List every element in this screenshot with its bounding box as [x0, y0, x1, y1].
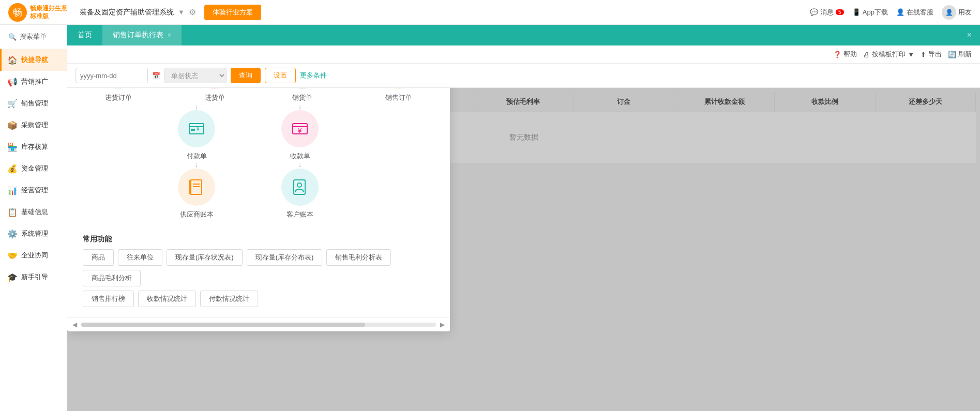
service-icon: 👤: [896, 8, 904, 16]
flow-node-purchase-bill: 进货单: [184, 88, 245, 102]
page-toolbar: ❓ 帮助 🖨 按模板打印 ▼ ⬆ 导出 🔄 刷新: [67, 45, 980, 64]
sidebar-item-sales[interactable]: 🛒 销售管理: [0, 93, 67, 114]
app-download-btn[interactable]: 📱 App下载: [852, 8, 888, 17]
tab-home[interactable]: 首页: [67, 25, 102, 45]
scroll-left-btn[interactable]: ◀: [72, 321, 77, 328]
common-functions-title: 常用功能: [83, 235, 434, 244]
query-btn[interactable]: 查询: [231, 68, 261, 83]
experience-btn[interactable]: 体验行业方案: [204, 5, 261, 20]
sidebar-item-finance[interactable]: 💰 资金管理: [0, 158, 67, 179]
common-functions: 常用功能 商品 往来单位 现存量(库存状况表) 现存量(库存分布表) 销售毛利分…: [67, 230, 450, 317]
sidebar-item-label-marketing: 营销推广: [21, 77, 48, 86]
sidebar-item-operations[interactable]: 📊 经营管理: [0, 179, 67, 201]
download-icon: 📱: [852, 8, 861, 16]
sidebar-item-label-sys-manage: 系统管理: [21, 229, 48, 238]
sidebar-item-label-inventory: 库存核算: [21, 142, 48, 151]
cf-btn-sales-rank[interactable]: 销售排行榜: [83, 291, 134, 307]
date-input[interactable]: [76, 68, 148, 83]
scroll-track: [81, 323, 436, 327]
search-icon: 🔍: [8, 33, 17, 41]
tab-sales-order[interactable]: 销售订单执行表 ×: [102, 25, 182, 45]
template-print-label: 按模板打印: [872, 50, 906, 59]
customer-ledger-label: 客户账本: [287, 210, 313, 219]
receipt-icon: ¥: [281, 110, 319, 147]
inventory-icon: 🏪: [8, 142, 17, 151]
sidebar-item-label-quick-nav: 快捷导航: [21, 55, 48, 65]
sidebar-search[interactable]: 🔍 搜索菜单: [0, 25, 67, 49]
user-area[interactable]: 👤 用友: [942, 5, 972, 20]
search-menu-btn[interactable]: 🔍 搜索菜单: [4, 30, 63, 43]
help-btn[interactable]: ❓ 帮助: [833, 50, 857, 59]
purchase-order-icon: [100, 88, 137, 89]
logo-text: 畅康通好生意标准版: [30, 5, 67, 20]
export-label: 导出: [928, 50, 942, 59]
finance-icon: 💰: [8, 164, 17, 173]
cf-buttons-row2: 销售排行榜 收款情况统计 付款情况统计: [83, 291, 434, 307]
sales-order-label: 销售订单: [385, 93, 412, 102]
svg-rect-17: [191, 129, 195, 131]
sidebar-item-newbie[interactable]: 🎓 新手引导: [0, 266, 67, 288]
settings-icon[interactable]: ⚙: [189, 7, 196, 17]
sidebar-item-sys-manage[interactable]: ⚙️ 系统管理: [0, 223, 67, 245]
cf-buttons-row1: 商品 往来单位 现存量(库存状况表) 现存量(库存分布表) 销售毛利分析表 商品…: [83, 249, 434, 286]
sidebar-item-label-purchase: 采购管理: [21, 120, 48, 130]
payment-icon: ¥: [178, 110, 215, 147]
title-dropdown-icon[interactable]: ▼: [178, 8, 185, 16]
flow-node-payment: ¥ 付款单: [160, 110, 233, 161]
cf-btn-product-gross[interactable]: 商品毛利分析: [83, 270, 141, 286]
online-service-btn[interactable]: 👤 在线客服: [896, 8, 933, 17]
scroll-thumb: [81, 323, 365, 327]
quick-nav-icon: 🏠: [8, 55, 17, 65]
export-icon: ⬆: [921, 51, 926, 58]
sidebar-item-marketing[interactable]: 📢 营销推广: [0, 71, 67, 93]
scroll-right-btn[interactable]: ▶: [440, 321, 445, 328]
supplier-ledger-icon: [178, 169, 215, 206]
sidebar-item-inventory[interactable]: 🏪 库存核算: [0, 136, 67, 158]
sidebar-item-purchase[interactable]: 📦 采购管理: [0, 114, 67, 136]
cf-btn-sales-gross[interactable]: 销售毛利分析表: [326, 249, 391, 266]
help-icon: ❓: [833, 51, 841, 58]
sales-order-icon: [380, 88, 417, 89]
payment-label: 付款单: [187, 151, 207, 161]
print-icon: 🖨: [863, 51, 870, 58]
tab-bar: 首页 销售订单执行表 × ×: [67, 25, 980, 45]
calendar-icon[interactable]: 📅: [152, 72, 160, 80]
sidebar-item-enterprise[interactable]: 🤝 企业协同: [0, 245, 67, 266]
export-btn[interactable]: ⬆ 导出: [921, 50, 942, 59]
svg-text:¥: ¥: [297, 127, 302, 134]
svg-text:¥: ¥: [196, 126, 200, 132]
message-icon: 💬: [810, 8, 818, 16]
enterprise-icon: 🤝: [8, 251, 17, 260]
order-status-select[interactable]: 单据状态: [164, 68, 227, 83]
purchase-bill-icon: [196, 88, 233, 89]
cf-btn-product[interactable]: 商品: [83, 249, 114, 266]
svg-point-27: [297, 183, 301, 187]
purchase-icon: 📦: [8, 120, 17, 130]
more-conditions-btn[interactable]: 更多条件: [300, 71, 327, 80]
cf-btn-counterparty[interactable]: 往来单位: [118, 249, 162, 266]
sidebar-item-label-basic-info: 基础信息: [21, 207, 48, 217]
sidebar-item-quick-nav[interactable]: 🏠 快捷导航: [0, 49, 67, 71]
system-title-area: 装备及固定资产辅助管理系统 ▼ ⚙ 体验行业方案: [80, 5, 261, 20]
sidebar-item-basic-info[interactable]: 📋 基础信息: [0, 201, 67, 223]
message-badge: 5: [836, 9, 844, 15]
receipt-label: 收款单: [290, 151, 310, 161]
sidebar-item-label-sales: 销售管理: [21, 99, 48, 108]
flowchart: 进货订单 ▶: [67, 88, 450, 230]
tab-close-icon[interactable]: ×: [168, 32, 171, 39]
help-label: 帮助: [843, 50, 857, 59]
tab-bar-close-btn[interactable]: ×: [967, 31, 972, 40]
message-btn[interactable]: 💬 消息 5: [810, 8, 844, 17]
cf-btn-stock-dist[interactable]: 现存量(库存分布表): [247, 249, 323, 266]
sidebar-item-label-newbie: 新手引导: [21, 272, 48, 282]
filter-settings-btn[interactable]: 设置: [265, 68, 296, 83]
logo-icon: 畅: [8, 3, 27, 22]
sales-bill-label: 销货单: [292, 93, 312, 102]
cf-btn-stock-status[interactable]: 现存量(库存状况表): [167, 249, 243, 266]
cf-btn-receipt-stat[interactable]: 收款情况统计: [138, 291, 196, 307]
print-dropdown-icon: ▼: [908, 51, 914, 58]
refresh-btn[interactable]: 🔄 刷新: [948, 50, 972, 59]
avatar: 👤: [942, 5, 956, 20]
cf-btn-payment-stat[interactable]: 付款情况统计: [200, 291, 258, 307]
template-print-btn[interactable]: 🖨 按模板打印 ▼: [863, 50, 914, 59]
